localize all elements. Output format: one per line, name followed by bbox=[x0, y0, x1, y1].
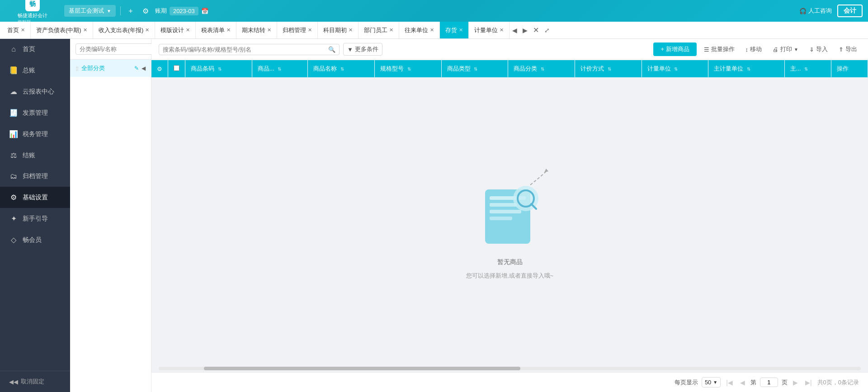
tab-income[interactable]: 收入支出表(年报) ✕ bbox=[93, 22, 156, 39]
page-first-button[interactable]: |◀ bbox=[724, 378, 735, 387]
sidebar-pin-button[interactable]: ◀◀ 取消固定 bbox=[0, 371, 70, 392]
tab-close-contact[interactable]: ✕ bbox=[430, 27, 434, 33]
svg-rect-3 bbox=[490, 210, 521, 213]
tab-expand-button[interactable]: ⤢ bbox=[542, 25, 552, 36]
empty-subtitle: 您可以选择新增,或者直接导入哦~ bbox=[466, 272, 553, 280]
tab-close-unit[interactable]: ✕ bbox=[500, 27, 504, 33]
sidebar-item-guide[interactable]: ✦ 新手引导 bbox=[0, 208, 70, 229]
empty-illustration bbox=[460, 162, 560, 248]
help-button[interactable]: 🎧 人工咨询 bbox=[799, 7, 832, 15]
th-unit: 计量单位 ⇅ bbox=[642, 60, 708, 77]
table-search-icon[interactable]: 🔍 bbox=[328, 46, 335, 53]
sort-pricing[interactable]: ⇅ bbox=[608, 66, 611, 71]
filter-button[interactable]: ▼ 更多条件 bbox=[343, 43, 382, 56]
sidebar-item-home[interactable]: ⌂ 首页 bbox=[0, 39, 70, 60]
filter-icon: ▼ bbox=[347, 46, 353, 53]
sidebar-item-tax[interactable]: 📊 税务管理 bbox=[0, 123, 70, 145]
page-size-select[interactable]: 50 ▼ bbox=[702, 377, 721, 387]
sort-extra[interactable]: ⇅ bbox=[804, 66, 808, 71]
tab-balance[interactable]: 资产负债表(中期) ✕ bbox=[31, 22, 93, 39]
settings-icon[interactable]: ⚙ bbox=[141, 5, 151, 17]
move-button[interactable]: ↕ 移动 bbox=[742, 43, 766, 55]
account-button[interactable]: 会计 bbox=[837, 5, 863, 17]
sidebar-item-settle[interactable]: ⚖ 结账 bbox=[0, 145, 70, 166]
th-spec: 规格型号 ⇅ bbox=[374, 60, 441, 77]
tab-next-button[interactable]: ▶ bbox=[520, 25, 530, 36]
tab-close-inventory[interactable]: ✕ bbox=[459, 27, 463, 33]
tab-close-balance[interactable]: ✕ bbox=[83, 27, 87, 33]
tab-close-all-button[interactable]: ✕ bbox=[530, 24, 542, 36]
period-value[interactable]: 2023-03 bbox=[170, 7, 198, 15]
page-prev-button[interactable]: ◀ bbox=[738, 378, 747, 387]
print-button[interactable]: 🖨 打印 ▼ bbox=[769, 43, 802, 55]
calendar-icon[interactable]: 📅 bbox=[201, 8, 208, 14]
table-header-row: ⚙ 商品条码 ⇅ 商品... ⇅ bbox=[151, 60, 868, 77]
sidebar-item-member[interactable]: ◇ 畅会员 bbox=[0, 229, 70, 250]
table-container: ⚙ 商品条码 ⇅ 商品... ⇅ bbox=[151, 60, 868, 372]
sidebar-item-invoice[interactable]: 🧾 发票管理 bbox=[0, 102, 70, 123]
select-all-checkbox[interactable] bbox=[174, 65, 179, 71]
th-checkbox[interactable] bbox=[168, 60, 185, 77]
empty-title: 暂无商品 bbox=[497, 258, 523, 266]
tab-close-dept[interactable]: ✕ bbox=[389, 27, 393, 33]
horizontal-scrollbar[interactable] bbox=[159, 367, 861, 370]
tabs-bar: 首页 ✕ 资产负债表(中期) ✕ 收入支出表(年报) ✕ 模版设计 ✕ 税表清单… bbox=[0, 22, 868, 39]
tab-close-tax[interactable]: ✕ bbox=[226, 27, 231, 33]
tab-close-income[interactable]: ✕ bbox=[145, 27, 149, 33]
page-input[interactable] bbox=[760, 378, 778, 387]
tab-archive[interactable]: 归档管理 ✕ bbox=[277, 22, 318, 39]
th-barcode: 商品条码 ⇅ bbox=[185, 60, 252, 77]
tab-template[interactable]: 模版设计 ✕ bbox=[155, 22, 196, 39]
sort-type[interactable]: ⇅ bbox=[474, 66, 477, 71]
main-layout: ⌂ 首页 📒 总账 ☁ 云报表中心 🧾 发票管理 📊 税务管理 ⚖ 结账 🗂 归… bbox=[0, 39, 868, 392]
tab-close-period-end[interactable]: ✕ bbox=[267, 27, 271, 33]
tab-close-archive[interactable]: ✕ bbox=[308, 27, 312, 33]
sort-spec[interactable]: ⇅ bbox=[407, 66, 411, 71]
add-product-button[interactable]: + 新增商品 bbox=[653, 43, 696, 56]
sidebar-item-ledger[interactable]: 📒 总账 bbox=[0, 60, 70, 81]
collapse-panel-icon[interactable]: ◀ bbox=[142, 65, 146, 71]
sidebar-item-archive[interactable]: 🗂 归档管理 bbox=[0, 166, 70, 187]
total-info: 共0页，0条记录 bbox=[817, 378, 859, 387]
tab-prev-button[interactable]: ◀ bbox=[509, 25, 520, 36]
sort-barcode[interactable]: ⇅ bbox=[218, 66, 222, 71]
th-settings[interactable]: ⚙ bbox=[151, 60, 168, 77]
page-last-button[interactable]: ▶| bbox=[803, 378, 814, 387]
pagination-bar: 每页显示 50 ▼ |◀ ◀ 第 页 ▶ ▶| 共0页，0条记录 bbox=[151, 372, 868, 392]
tab-close-subject[interactable]: ✕ bbox=[349, 27, 353, 33]
batch-button[interactable]: ☰ 批量操作 bbox=[700, 43, 738, 55]
page-next-button[interactable]: ▶ bbox=[791, 378, 800, 387]
tab-period-end[interactable]: 期末结转 ✕ bbox=[236, 22, 277, 39]
import-button[interactable]: ⇓ 导入 bbox=[806, 43, 831, 55]
category-search-input[interactable] bbox=[80, 46, 152, 52]
edit-category-icon[interactable]: ✎ bbox=[134, 65, 139, 71]
tab-contact[interactable]: 往来单位 ✕ bbox=[399, 22, 440, 39]
sort-category[interactable]: ⇅ bbox=[541, 66, 544, 71]
tab-inventory[interactable]: 存货 ✕ bbox=[440, 22, 469, 39]
sort-code[interactable]: ⇅ bbox=[278, 66, 281, 71]
export-button[interactable]: ⇑ 导出 bbox=[835, 43, 861, 55]
tab-dept[interactable]: 部门员工 ✕ bbox=[359, 22, 399, 39]
sidebar-item-basic[interactable]: ⚙ 基础设置 bbox=[0, 187, 70, 208]
sort-name[interactable]: ⇅ bbox=[340, 66, 344, 71]
tab-subject[interactable]: 科目期初 ✕ bbox=[318, 22, 359, 39]
tab-tax[interactable]: 税表清单 ✕ bbox=[196, 22, 236, 39]
batch-icon: ☰ bbox=[704, 46, 709, 53]
th-category: 商品分类 ⇅ bbox=[508, 60, 575, 77]
company-tab[interactable]: 基层工会测试 ▼ bbox=[64, 5, 116, 17]
sort-unit[interactable]: ⇅ bbox=[674, 66, 678, 71]
logo-icon: 畅 bbox=[25, 0, 40, 11]
print-icon: 🖨 bbox=[773, 46, 778, 53]
sidebar: ⌂ 首页 📒 总账 ☁ 云报表中心 🧾 发票管理 📊 税务管理 ⚖ 结账 🗂 归… bbox=[0, 39, 70, 392]
sidebar-item-reports[interactable]: ☁ 云报表中心 bbox=[0, 81, 70, 102]
sort-main-unit[interactable]: ⇅ bbox=[747, 66, 750, 71]
page-size-dropdown-icon: ▼ bbox=[713, 380, 717, 385]
table-search-input[interactable] bbox=[163, 46, 328, 53]
cloud-icon: ☁ bbox=[9, 87, 18, 96]
tab-unit[interactable]: 计量单位 ✕ bbox=[469, 22, 509, 39]
scrollbar-thumb[interactable] bbox=[204, 367, 520, 370]
category-all[interactable]: ⣿ 全部分类 ✎ ◀ bbox=[70, 60, 151, 77]
add-tab-button[interactable]: ＋ bbox=[125, 5, 136, 18]
tab-close-template[interactable]: ✕ bbox=[186, 27, 190, 33]
tab-close-home[interactable]: ✕ bbox=[21, 27, 25, 33]
